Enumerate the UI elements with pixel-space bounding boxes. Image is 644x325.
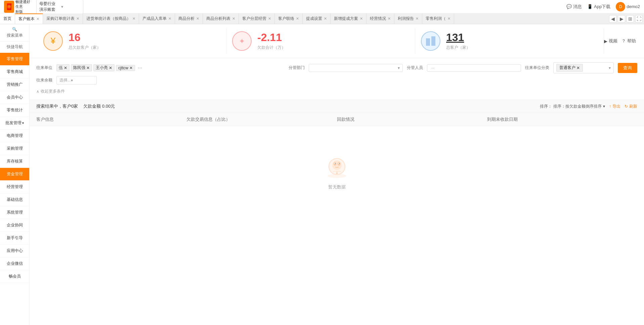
main-layout: 🔍 搜索菜单 快捷导航 零售管理 零售商城 营销推广 会员中心 零售统计 批发管… (0, 24, 644, 325)
person-more-icon[interactable]: ··· (430, 66, 436, 70)
tab-prev-btn[interactable]: ◀ (609, 15, 616, 23)
tab-close-icon[interactable]: ✕ (360, 16, 363, 21)
owe-amount-text: 欠款金额 0.00元 (83, 103, 115, 109)
export-btn[interactable]: ↑ 导出 (609, 104, 620, 109)
collapse-btn[interactable]: ∧ 收起更多条件 (36, 87, 637, 96)
sidebar-item-marketing[interactable]: 营销推广 (0, 78, 29, 91)
tab-next-btn[interactable]: ▶ (618, 15, 625, 23)
stat-owe-total-label: 欠款合计（万） (257, 45, 286, 50)
tab-business-status[interactable]: 经营情况 ✕ (367, 13, 394, 24)
tab-retail-profit[interactable]: 零售利润（ ✕ (422, 13, 454, 24)
tag-close-wang[interactable]: ✕ (109, 66, 112, 70)
col-header-owe: 欠款交易信息（占比） (186, 116, 337, 122)
tab-close-icon[interactable]: ✕ (268, 16, 271, 21)
dept-select[interactable]: ▾ (309, 64, 403, 72)
unit-tag-chen: 陈民强 ✕ (71, 64, 92, 71)
sidebar-item-retail[interactable]: 零售管理 (0, 53, 29, 66)
tab-purchase-order[interactable]: 采购订单统计表 ✕ (43, 13, 83, 24)
tab-close-icon[interactable]: ✕ (36, 17, 39, 21)
empty-illustration (324, 153, 350, 180)
tab-close-icon[interactable]: ✕ (447, 16, 450, 21)
person-select[interactable]: ··· (427, 64, 521, 72)
unit-class-select[interactable]: 普通客户 ✕ ▾ (553, 62, 614, 73)
tab-customer-segment[interactable]: 客户分层经营 ✕ (239, 13, 275, 24)
account-selector[interactable]: 母婴行业演示账套 ▾ (36, 0, 83, 14)
tab-fullscreen-btn[interactable]: ⛶ (635, 15, 643, 23)
sidebar-item-ecommerce[interactable]: 电商管理 (0, 130, 29, 142)
tab-customer-contact[interactable]: 客户联络 ✕ (275, 13, 303, 24)
app-download-btn[interactable]: 📱 App下载 (587, 4, 610, 10)
sidebar-item-purchase[interactable]: 采购管理 (0, 142, 29, 155)
message-btn[interactable]: 💬 消息 (566, 4, 582, 10)
tab-close-icon[interactable]: ✕ (232, 16, 235, 21)
tab-close-icon[interactable]: ✕ (168, 16, 171, 21)
filter-area: 往来单位 伍 ✕ 陈民强 ✕ 王小亮 ✕ (30, 58, 644, 100)
sort-button[interactable]: 排序： 排序：按欠款金额倒序排序 ▾ (540, 104, 605, 109)
sidebar-item-retail-mall[interactable]: 零售商城 (0, 66, 29, 78)
tag-close-wu[interactable]: ✕ (64, 66, 67, 70)
sidebar-item-system[interactable]: 系统管理 (0, 206, 29, 219)
tab-customer-ledger[interactable]: 客户账本 ✕ (15, 13, 43, 24)
tab-close-icon[interactable]: ✕ (388, 16, 391, 21)
unit-class-tag-close[interactable]: ✕ (576, 66, 580, 70)
sidebar-item-finance[interactable]: 资金管理 (0, 168, 29, 181)
tab-close-icon[interactable]: ✕ (324, 16, 327, 21)
tab-close-icon[interactable]: ✕ (76, 16, 79, 21)
dept-label: 分管部门 (289, 65, 305, 71)
sidebar-item-enterprise-collab[interactable]: 企业协同 (0, 219, 29, 232)
sidebar-item-inventory[interactable]: 库存核算 (0, 155, 29, 168)
dept-arrow-icon: ▾ (398, 66, 400, 70)
svg-point-9 (332, 160, 342, 170)
query-button[interactable]: 查询 (618, 63, 637, 73)
stat-owe-customers-value: 16 (69, 32, 101, 43)
video-help-btn[interactable]: ▶ 视频 (604, 38, 617, 44)
tab-goods-analysis-list[interactable]: 商品分析列表 ✕ (203, 13, 239, 24)
sidebar-item-member-center[interactable]: 会员中心 (0, 91, 29, 104)
balance-select[interactable]: 选择... ▾ (56, 76, 97, 84)
sidebar-item-business-mgmt[interactable]: 经营管理 (0, 181, 29, 193)
refresh-btn[interactable]: ↻ 刷新 (625, 104, 637, 109)
col-header-due-date: 到期未收款日期 (487, 116, 637, 122)
tab-home[interactable]: 首页 (0, 13, 15, 24)
tab-bar: 首页 客户账本 ✕ 采购订单统计表 ✕ 进货单统计表（按商品） ✕ 产成品入库单… (0, 13, 644, 24)
sidebar-quick-nav[interactable]: 快捷导航 (0, 41, 29, 53)
unit-tag-cjttcw: cjttcw ✕ (116, 65, 135, 71)
sort-arrow-icon: ▾ (603, 104, 605, 109)
export-icon: ↑ (609, 104, 611, 109)
tab-expand-btn[interactable]: ⊞ (627, 15, 634, 23)
sidebar-item-wholesale[interactable]: 批发管理▾ (0, 117, 29, 130)
tab-close-icon[interactable]: ✕ (416, 16, 419, 21)
help-btn[interactable]: ？ 帮助 (621, 38, 636, 44)
stat-owe-customers-label: 总欠款客户（家） (69, 45, 101, 50)
tab-commission-settings[interactable]: 提成设置 ✕ (303, 13, 331, 24)
stat-building-icon (421, 31, 441, 51)
sidebar-item-app-center[interactable]: 应用中心 (0, 245, 29, 257)
sidebar-item-beginner[interactable]: 新手引导 (0, 232, 29, 245)
stat-owe-customers-values: 16 总欠款客户（家） (69, 32, 101, 50)
sidebar-item-basic-info[interactable]: 基础信息 (0, 193, 29, 206)
logo-icon: 🧧 (4, 1, 14, 13)
stat-star-icon: ✦ (232, 31, 252, 51)
sidebar-item-retail-stats[interactable]: 零售统计 (0, 104, 29, 117)
user-menu[interactable]: D demo2 (616, 2, 640, 11)
tab-close-icon[interactable]: ✕ (196, 16, 199, 21)
logo: 🧧 畅捷通好生意 标版 (4, 0, 34, 14)
tab-close-icon[interactable]: ✕ (132, 16, 135, 21)
top-bar-right: 💬 消息 📱 App下载 D demo2 (566, 2, 640, 11)
unit-tag-more[interactable]: ··· (136, 65, 143, 71)
stat-owe-total: ✦ -2.11 欠款合计（万） (226, 28, 415, 54)
tab-close-icon[interactable]: ✕ (296, 16, 299, 21)
tab-goods-analysis[interactable]: 商品分析 ✕ (175, 13, 203, 24)
sidebar-item-enterprise-wechat[interactable]: 企业微信 (0, 257, 29, 270)
content-area: ¥ 16 总欠款客户（家） ✦ -2.11 欠款合计 (30, 24, 644, 325)
tag-close-cjttcw[interactable]: ✕ (129, 66, 133, 70)
tab-purchase-stat[interactable]: 进货单统计表（按商品） ✕ (83, 13, 139, 24)
stat-total-customers: 131 总客户（家） (415, 28, 604, 54)
tab-profit-report[interactable]: 利润报告 ✕ (394, 13, 422, 24)
tag-close-chen[interactable]: ✕ (86, 66, 90, 70)
tab-new-commission[interactable]: 新增提成方案 ✕ (331, 13, 367, 24)
sidebar-item-member[interactable]: 畅会员 (0, 270, 29, 283)
stat-help: ▶ 视频 ？ 帮助 (604, 38, 636, 44)
tab-product-in[interactable]: 产成品入库单 ✕ (139, 13, 175, 24)
sidebar-search[interactable]: 🔍 搜索菜单 (0, 24, 29, 41)
